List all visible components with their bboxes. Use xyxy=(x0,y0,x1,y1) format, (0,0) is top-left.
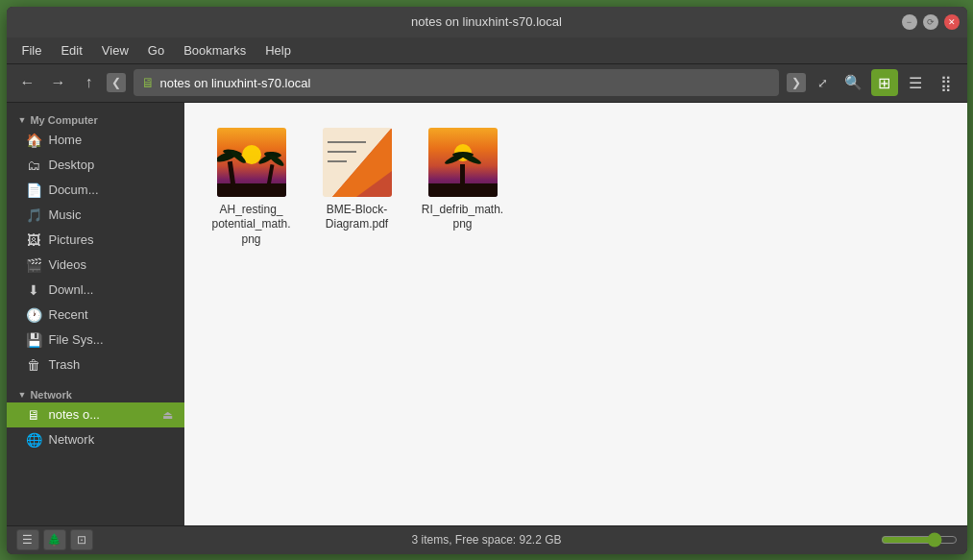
sidebar-item-trash[interactable]: 🗑 Trash xyxy=(7,353,184,377)
sidebar-item-network[interactable]: 🌐 Network xyxy=(7,427,184,452)
sidebar-label-filesystem: File Sys... xyxy=(49,332,104,347)
search-button[interactable]: 🔍 xyxy=(840,69,867,96)
sidebar-item-home[interactable]: 🏠 Home xyxy=(7,128,184,153)
statusbar-buttons: ☰ 🌲 ⊡ xyxy=(16,529,93,550)
toolbar-right: ⤢ 🔍 ⊞ ☰ ⣿ xyxy=(810,69,960,96)
location-next-button[interactable]: ❯ xyxy=(787,73,806,92)
section-title-mycomputer: My Computer xyxy=(30,114,97,126)
window-controls: − ⟳ ✕ xyxy=(902,14,960,30)
thumbnail-ri-svg xyxy=(428,128,498,197)
file-name-ri: RI_defrib_math.png xyxy=(422,203,503,232)
sidebar-toggle-button[interactable]: ☰ xyxy=(16,529,39,550)
sidebar-item-pictures[interactable]: 🖼 Pictures xyxy=(7,228,184,253)
window-title: notes on linuxhint-s70.local xyxy=(72,14,902,29)
location-prev-button[interactable]: ❮ xyxy=(107,73,126,92)
file-thumbnail-ah xyxy=(217,128,286,197)
downloads-icon: ⬇ xyxy=(26,282,41,298)
sidebar-label-desktop: Desktop xyxy=(49,158,95,172)
menu-edit[interactable]: Edit xyxy=(53,40,89,61)
tree-toggle-button[interactable]: 🌲 xyxy=(43,529,66,550)
file-area: AH_resting_potential_math.png xyxy=(184,103,967,525)
menu-file[interactable]: File xyxy=(14,40,50,61)
file-name-bme: BME-Block-Diagram.pdf xyxy=(326,203,388,232)
sidebar-label-videos: Videos xyxy=(49,257,87,272)
sidebar-item-notes-server[interactable]: 🖥 notes o... ⏏ xyxy=(7,402,184,427)
location-text: notes on linuxhint-s70.local xyxy=(160,76,311,90)
file-item-ri[interactable]: RI_defrib_math.png xyxy=(415,122,511,254)
menu-help[interactable]: Help xyxy=(257,40,299,61)
home-icon: 🏠 xyxy=(26,133,41,148)
section-title-network: Network xyxy=(30,389,71,401)
view-grid-button[interactable]: ⊞ xyxy=(871,69,898,96)
sidebar-label-network: Network xyxy=(49,432,95,447)
sidebar-item-filesystem[interactable]: 💾 File Sys... xyxy=(7,328,184,353)
file-item-bme[interactable]: BME-Block-Diagram.pdf xyxy=(309,122,405,254)
minimize-button[interactable]: − xyxy=(902,14,917,30)
svg-rect-2 xyxy=(217,183,286,197)
close-button[interactable]: ✕ xyxy=(944,14,960,30)
view-list-button[interactable]: ☰ xyxy=(902,69,929,96)
section-arrow-network: ▼ xyxy=(18,390,27,400)
forward-button[interactable]: → xyxy=(45,69,72,96)
main-area: ▼ My Computer 🏠 Home 🗂 Desktop 📄 Docum..… xyxy=(7,103,967,525)
location-icon: 🖥 xyxy=(141,75,155,90)
statusbar: ☰ 🌲 ⊡ 3 items, Free space: 92.2 GB xyxy=(7,525,967,554)
toolbar: ← → ↑ ❮ 🖥 notes on linuxhint-s70.local ❯… xyxy=(7,64,967,103)
zoom-control xyxy=(881,532,958,548)
file-name-ah: AH_resting_potential_math.png xyxy=(211,203,290,248)
menu-bookmarks[interactable]: Bookmarks xyxy=(176,40,254,61)
file-item-ah[interactable]: AH_resting_potential_math.png xyxy=(204,122,300,254)
section-arrow-mycomputer: ▼ xyxy=(18,115,27,125)
sidebar-label-notes-server: notes o... xyxy=(49,407,100,422)
file-thumbnail-ri xyxy=(428,128,498,197)
sidebar-item-recent[interactable]: 🕐 Recent xyxy=(7,303,184,328)
network-icon: 🌐 xyxy=(26,432,41,448)
restore-button[interactable]: ⟳ xyxy=(923,14,938,30)
zoom-slider[interactable] xyxy=(881,532,958,548)
sidebar-label-trash: Trash xyxy=(49,357,81,372)
svg-rect-20 xyxy=(460,164,465,187)
music-icon: 🎵 xyxy=(26,207,41,223)
status-text: 3 items, Free space: 92.2 GB xyxy=(93,533,881,547)
section-label-mycomputer: ▼ My Computer xyxy=(7,109,184,128)
resize-button[interactable]: ⤢ xyxy=(810,69,837,96)
sidebar-item-downloads[interactable]: ⬇ Downl... xyxy=(7,278,184,303)
filesystem-icon: 💾 xyxy=(26,332,41,348)
sidebar-item-documents[interactable]: 📄 Docum... xyxy=(7,178,184,203)
section-label-network: ▼ Network xyxy=(7,383,184,402)
view-columns-button[interactable]: ⣿ xyxy=(933,69,960,96)
thumbnail-bme-svg xyxy=(323,128,392,197)
trash-icon: 🗑 xyxy=(26,357,41,373)
sidebar-item-desktop[interactable]: 🗂 Desktop xyxy=(7,153,184,178)
menu-view[interactable]: View xyxy=(94,40,136,61)
sidebar-label-documents: Docum... xyxy=(49,183,99,197)
thumbnail-ah-svg xyxy=(217,128,286,197)
eject-button[interactable]: ⏏ xyxy=(162,408,173,422)
file-manager-window: notes on linuxhint-s70.local − ⟳ ✕ File … xyxy=(7,7,967,554)
recent-icon: 🕐 xyxy=(26,307,41,323)
location-bar: 🖥 notes on linuxhint-s70.local xyxy=(134,69,779,96)
sidebar-label-music: Music xyxy=(49,207,82,222)
sidebar-label-recent: Recent xyxy=(49,307,88,322)
back-button[interactable]: ← xyxy=(14,69,41,96)
titlebar: notes on linuxhint-s70.local − ⟳ ✕ xyxy=(7,7,967,37)
up-button[interactable]: ↑ xyxy=(76,69,103,96)
info-toggle-button[interactable]: ⊡ xyxy=(70,529,93,550)
server-icon: 🖥 xyxy=(26,407,41,423)
documents-icon: 📄 xyxy=(26,183,41,198)
sidebar: ▼ My Computer 🏠 Home 🗂 Desktop 📄 Docum..… xyxy=(7,103,184,525)
sidebar-label-home: Home xyxy=(49,133,83,147)
sidebar-item-music[interactable]: 🎵 Music xyxy=(7,203,184,228)
sidebar-item-videos[interactable]: 🎬 Videos xyxy=(7,253,184,278)
menu-go[interactable]: Go xyxy=(140,40,172,61)
pictures-icon: 🖼 xyxy=(26,232,41,248)
sidebar-label-pictures: Pictures xyxy=(49,232,94,247)
videos-icon: 🎬 xyxy=(26,257,41,273)
file-thumbnail-bme xyxy=(323,128,392,197)
menubar: File Edit View Go Bookmarks Help xyxy=(7,37,967,64)
sidebar-label-downloads: Downl... xyxy=(49,282,94,297)
desktop-icon: 🗂 xyxy=(26,158,41,173)
